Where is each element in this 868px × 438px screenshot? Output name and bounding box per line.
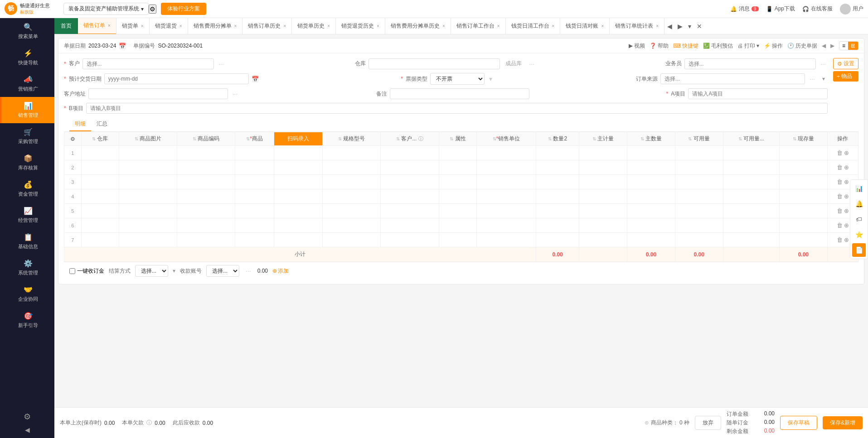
row-2-unit[interactable] — [477, 160, 536, 175]
tab-close-daily-workbench[interactable]: × — [552, 24, 555, 29]
sidebar-collapse-btn[interactable]: ◀ — [25, 426, 30, 433]
profit-btn[interactable]: 💹 毛利预估 — [703, 42, 733, 50]
salesman-more-icon[interactable]: ··· — [819, 60, 828, 67]
right-sidebar-btn-3[interactable]: 🏷 — [852, 212, 866, 226]
row-1-copy-btn[interactable]: ⊕ — [844, 149, 849, 156]
row-7-custcode[interactable] — [380, 233, 439, 247]
row-4-mainqty[interactable] — [627, 189, 675, 204]
row-6-custcode[interactable] — [380, 218, 439, 233]
row-5-mainqty[interactable] — [627, 204, 675, 218]
row-6-delete-btn[interactable]: 🗑 — [837, 222, 843, 229]
tab-close-return-history[interactable]: × — [377, 24, 379, 29]
row-3-unit[interactable] — [477, 175, 536, 189]
row-6-unit[interactable] — [477, 218, 536, 233]
tab-close-sales-order[interactable]: × — [108, 23, 111, 28]
sidebar-item-marketing[interactable]: 📣 营销推广 — [0, 71, 54, 97]
add-product-btn[interactable]: + 物品 — [833, 71, 858, 82]
customer-input[interactable] — [82, 58, 214, 69]
row-3-warehouse[interactable] — [81, 175, 119, 189]
list-view-btn[interactable]: ≡ — [839, 42, 848, 50]
help-btn[interactable]: ❓ 帮助 — [650, 42, 669, 50]
row-7-name[interactable] — [235, 233, 274, 247]
row-5-spec[interactable] — [322, 204, 380, 218]
tab-order-stats[interactable]: 销售订单统计表 × — [610, 18, 664, 34]
row-3-custcode[interactable] — [380, 175, 439, 189]
row-2-custcode[interactable] — [380, 160, 439, 175]
tab-next-btn[interactable]: ▶ — [675, 18, 685, 34]
row-6-qty2[interactable] — [536, 218, 579, 233]
tab-sales-fee[interactable]: 销售费用分摊单 × — [188, 18, 243, 34]
auto-collect-label[interactable]: 一键收订金 — [69, 267, 104, 275]
row-1-custcode[interactable] — [380, 146, 439, 160]
row-2-mainqty[interactable] — [627, 160, 675, 175]
row-3-spec[interactable] — [322, 175, 380, 189]
tab-invoice-history[interactable]: 销货单历史 × — [292, 18, 336, 34]
row-2-warehouse[interactable] — [81, 160, 119, 175]
order-source-input[interactable] — [660, 73, 805, 84]
operate-btn[interactable]: ⚡ 操作 — [764, 42, 783, 50]
row-5-qty2[interactable] — [536, 204, 579, 218]
tab-close-daily-reconcile[interactable]: × — [601, 24, 604, 29]
sidebar-item-purchase[interactable]: 🛒 采购管理 — [0, 123, 54, 149]
tab-daily-workbench[interactable]: 钱货日清工作台 × — [506, 18, 561, 34]
row-3-copy-btn[interactable]: ⊕ — [844, 178, 849, 185]
row-6-spec[interactable] — [322, 218, 380, 233]
tab-close-order-history[interactable]: × — [283, 24, 286, 29]
row-5-delete-btn[interactable]: 🗑 — [837, 207, 843, 214]
sort-available2-icon[interactable]: ⇅ — [738, 136, 742, 141]
b-project-input[interactable] — [86, 103, 828, 114]
row-4-spec[interactable] — [322, 189, 380, 204]
right-sidebar-btn-1[interactable]: 📊 — [852, 182, 866, 195]
sort-spec-icon[interactable]: ⇅ — [338, 136, 342, 141]
warehouse-more-icon[interactable]: ··· — [527, 60, 536, 67]
sort-attribute-icon[interactable]: ⇅ — [450, 136, 453, 141]
tab-close-order-workbench[interactable]: × — [497, 24, 500, 29]
row-7-unit[interactable] — [477, 233, 536, 247]
warehouse-input[interactable] — [369, 58, 500, 69]
tab-close-sales-fee[interactable]: × — [234, 24, 237, 29]
sidebar-item-system[interactable]: ⚙️ 系统管理 — [0, 255, 54, 281]
tab-close-fee-history[interactable]: × — [442, 24, 445, 29]
row-2-name[interactable] — [235, 160, 274, 175]
row-6-copy-btn[interactable]: ⊕ — [844, 222, 849, 229]
sidebar-item-guide[interactable]: 🎯 新手引导 — [0, 307, 54, 333]
system-selector[interactable]: 装备及固定资产辅助管理系统 ▾ — [63, 3, 149, 15]
row-7-attribute[interactable] — [439, 233, 476, 247]
customer-addr-input[interactable] — [88, 88, 228, 99]
row-1-attribute[interactable] — [439, 146, 476, 160]
sidebar-item-finance[interactable]: 💰 资金管理 — [0, 176, 54, 202]
sort-mainunit-icon[interactable]: ⇅ — [592, 136, 596, 141]
row-4-name[interactable] — [235, 189, 274, 204]
table-gear-icon[interactable]: ⚙ — [70, 136, 75, 142]
row-5-code[interactable] — [177, 204, 235, 218]
delivery-date-input[interactable] — [104, 73, 249, 84]
calendar-icon[interactable]: 📅 — [119, 43, 126, 49]
invoice-more-icon[interactable]: ▾ — [487, 75, 494, 82]
tab-order-history[interactable]: 销售订单历史 × — [242, 18, 292, 34]
tab-sales-invoice[interactable]: 销货单 × — [116, 18, 150, 34]
order-source-more-icon[interactable]: ··· — [808, 75, 817, 82]
row-2-copy-btn[interactable]: ⊕ — [844, 164, 849, 171]
add-payment-btn[interactable]: ⊕ 添加 — [272, 267, 289, 275]
sidebar-item-inventory[interactable]: 📦 库存核算 — [0, 149, 54, 176]
row-4-qty2[interactable] — [536, 189, 579, 204]
row-4-custcode[interactable] — [380, 189, 439, 204]
right-sidebar-btn-4[interactable]: ⭐ — [852, 228, 866, 241]
sidebar-item-search[interactable]: 🔍 搜索菜单 — [0, 18, 54, 44]
row-1-warehouse[interactable] — [81, 146, 119, 160]
remark-input[interactable] — [390, 88, 529, 99]
row-5-warehouse[interactable] — [81, 204, 119, 218]
history-prev-btn[interactable]: ◀ — [822, 43, 826, 49]
row-6-code[interactable] — [177, 218, 235, 233]
history-btn[interactable]: 🕐 历史单据 — [787, 42, 817, 50]
notifications-btn[interactable]: 🔔 消息 9 — [730, 5, 759, 13]
order-source-dropdown-icon[interactable]: ▾ — [820, 74, 828, 84]
row-7-spec[interactable] — [322, 233, 380, 247]
shortcut-btn[interactable]: ⌨ 快捷键 — [673, 42, 698, 50]
account-select[interactable]: 选择... — [206, 265, 239, 277]
row-1-spec[interactable] — [322, 146, 380, 160]
sidebar-settings-btn[interactable]: ⚙ — [24, 412, 31, 422]
row-6-mainqty[interactable] — [627, 218, 675, 233]
tab-summary[interactable]: 汇总 — [91, 117, 113, 131]
payment-chevron-icon[interactable]: ▾ — [173, 268, 175, 274]
